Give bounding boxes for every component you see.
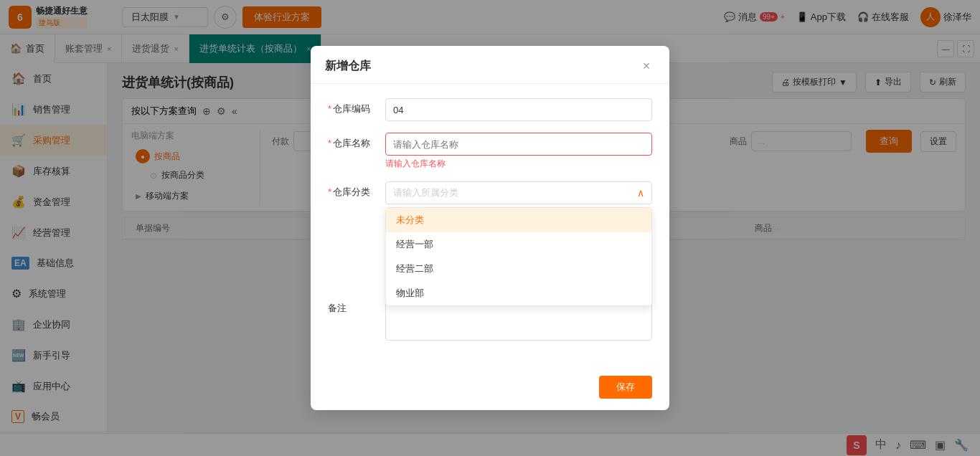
warehouse-code-label: *仓库编码 (328, 98, 385, 115)
category-dropdown-list: 未分类 经营一部 经营二部 物业部 (385, 207, 652, 306)
notes-label: 备注 (328, 298, 385, 315)
modal-title: 新增仓库 (325, 59, 371, 74)
form-row-category: *仓库分类 请输入所属分类 ∧ 未分类 经营一部 经营二部 物业部 (328, 181, 652, 204)
warehouse-name-error: 请输入仓库名称 (385, 158, 652, 170)
modal-footer: 保存 (311, 369, 669, 410)
warehouse-category-select[interactable]: 请输入所属分类 ∧ (385, 181, 652, 204)
dropdown-item-ops1[interactable]: 经营一部 (386, 232, 651, 257)
dropdown-item-ops2[interactable]: 经营二部 (386, 257, 651, 281)
warehouse-name-label: *仓库名称 (328, 133, 385, 150)
warehouse-name-control: 请输入仓库名称 (385, 133, 652, 170)
dropdown-item-uncategorized[interactable]: 未分类 (386, 208, 651, 232)
new-warehouse-modal: 新增仓库 × *仓库编码 *仓库名称 请输入仓库名称 *仓库分类 (311, 46, 669, 410)
save-button[interactable]: 保存 (599, 376, 652, 399)
warehouse-name-input[interactable] (385, 133, 652, 156)
warehouse-code-input[interactable] (385, 98, 652, 121)
form-row-name: *仓库名称 请输入仓库名称 (328, 133, 652, 170)
modal-body: *仓库编码 *仓库名称 请输入仓库名称 *仓库分类 请输入所属分类 (311, 84, 669, 369)
warehouse-code-control (385, 98, 652, 121)
warehouse-category-label: *仓库分类 (328, 181, 385, 199)
warehouse-category-control: 请输入所属分类 ∧ 未分类 经营一部 经营二部 物业部 (385, 181, 652, 204)
category-chevron-icon: ∧ (637, 187, 644, 199)
modal-header: 新增仓库 × (311, 46, 669, 84)
modal-close-button[interactable]: × (638, 57, 655, 75)
form-row-code: *仓库编码 (328, 98, 652, 121)
dropdown-item-property[interactable]: 物业部 (386, 281, 651, 305)
category-placeholder: 请输入所属分类 (393, 186, 458, 199)
